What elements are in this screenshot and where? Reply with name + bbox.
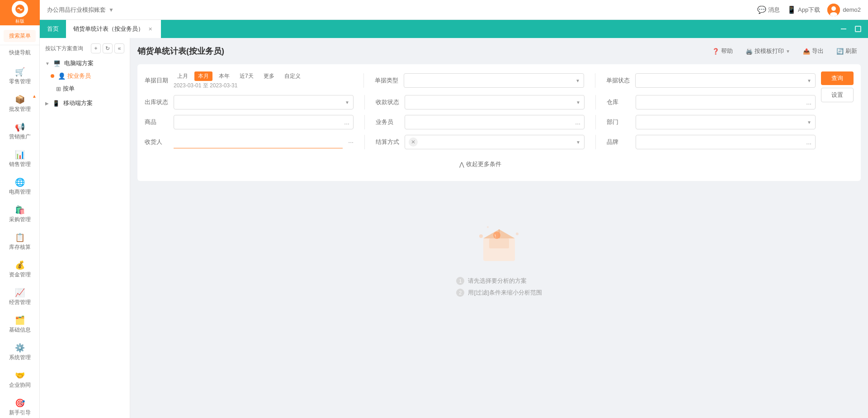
sidebar-item-guide[interactable]: 🎯 新手引导 [0,394,39,418]
date-tab-more[interactable]: 更多 [260,71,278,81]
filter-row-3: 商品 ... 业务员 ... [145,115,816,129]
template-print-button[interactable]: 🖨️ 按模板打印 ▼ [742,45,794,57]
messages-button[interactable]: 💬 消息 [757,5,780,14]
left-panel-title: 按以下方案查询 [45,45,83,52]
filter-settlement-item: 结算方式 ✕ ▼ [376,135,585,149]
tree-item-by-order[interactable]: ⊞ 按单 [40,82,130,95]
warehouse-label: 仓库 [607,98,632,106]
left-panel-actions: + ↻ « [91,43,124,53]
export-button[interactable]: 📤 导出 [799,45,827,57]
settlement-select[interactable]: ✕ ▼ [405,135,585,149]
svg-rect-5 [855,26,861,32]
print-dropdown-icon: ▼ [786,49,790,54]
product-select[interactable]: ... [174,115,354,129]
refresh-button[interactable]: 🔄 刷新 [833,45,861,57]
doc-status-select[interactable]: ▼ [635,73,816,88]
refresh-scheme-button[interactable]: ↻ [103,43,113,53]
tab-home[interactable]: 首页 [40,20,66,38]
filter-divider-7 [364,135,365,149]
filter-date-block: 上月 本月 本年 近7天 更多 自定义 2023-03-01 至 2023-03… [174,71,304,90]
sidebar-item-retail[interactable]: 🛒 零售管理 [0,62,39,90]
payment-arrow-icon: ▼ [576,100,580,105]
sidebar-item-operations[interactable]: 📈 经营管理 [0,283,39,311]
order-scheme-icon: ⊞ [56,86,61,92]
sidebar-item-purchase[interactable]: 🛍️ 采购管理 [0,200,39,228]
filter-divider-8 [595,135,596,149]
svg-point-12 [479,234,483,238]
app-download-button[interactable]: 📱 App下载 [787,5,820,14]
filter-department-item: 部门 ▼ [607,115,816,129]
brand-select[interactable]: ... [636,135,816,149]
right-panel: 销货单统计表(按业务员) ❓ 帮助 🖨️ 按模板打印 ▼ 📤 [130,38,868,418]
doc-type-select[interactable]: ▼ [404,73,584,88]
filter-divider-4 [595,95,596,109]
sidebar-item-system[interactable]: ⚙️ 系统管理 [0,338,39,366]
system-icon: ⚙️ [15,343,25,353]
tab-maximize-button[interactable] [852,23,864,35]
tree-item-mobile[interactable]: ▶ 📱 移动端方案 [40,97,130,109]
tree-item-pc[interactable]: ▼ 🖥️ 电脑端方案 [40,57,130,70]
page-title-bar: 销货单统计表(按业务员) ❓ 帮助 🖨️ 按模板打印 ▼ 📤 [137,45,861,57]
filter-doc-type-item: 单据类型 ▼ [375,73,584,88]
sidebar-item-inventory[interactable]: 📋 库存核算 [0,228,39,256]
sidebar-item-finance[interactable]: 💰 资金管理 [0,256,39,283]
date-tab-last-7[interactable]: 近7天 [236,71,257,81]
outbound-select[interactable]: ▼ [174,95,354,109]
help-button[interactable]: ❓ 帮助 [708,45,736,57]
user-menu-button[interactable]: demo2 [827,4,861,16]
settings-button[interactable]: 设置 [821,88,854,102]
top-bar-dropdown-icon[interactable]: ▼ [108,7,114,13]
quick-nav-button[interactable]: 快捷导航 [0,45,39,60]
tab-minimize-button[interactable] [837,23,850,35]
date-tab-this-year[interactable]: 本年 [215,71,233,81]
tab-sales-stat[interactable]: 销货单统计表（按业务员） ✕ [66,20,161,38]
empty-state: ! 1 请先选择要分析的方案 [137,186,861,324]
sidebar-item-sales[interactable]: 📊 销售管理 [0,145,39,173]
doc-type-label: 单据类型 [375,76,400,85]
salesperson-dots: ... [575,119,580,126]
salesperson-select[interactable]: ... [405,115,585,129]
filter-divider-5 [364,115,365,129]
payment-select[interactable]: ▼ [405,95,585,109]
empty-tip-2: 2 用[过滤]条件来缩小分析范围 [456,289,542,297]
collapse-panel-button[interactable]: « [114,43,124,53]
date-tab-custom[interactable]: 自定义 [281,71,304,81]
filter-consignee-item: 收货人 ··· [145,136,354,148]
purchase-icon: 🛍️ [15,205,25,215]
add-scheme-button[interactable]: + [91,43,101,53]
filter-card: 单据日期 上月 本月 本年 近7天 更多 自定义 [137,64,861,181]
left-panel: 按以下方案查询 + ↻ « ▼ 🖥️ 电脑端方案 [40,38,130,418]
sidebar-item-wholesale[interactable]: 📦 批发管理 ▲ [0,90,39,118]
tab-close-button[interactable]: ✕ [146,25,154,33]
sidebar-item-ecommerce[interactable]: 🌐 电商管理 [0,173,39,200]
date-tab-last-month[interactable]: 上月 [174,71,192,81]
filter-row-4: 收货人 ··· 结算方式 ✕ [145,135,816,149]
collapse-button[interactable]: ⋀ 收起更多条件 [454,158,507,170]
sidebar-item-basic[interactable]: 🗂️ 基础信息 [0,311,39,338]
sidebar: 标版 搜索菜单 快捷导航 🛒 零售管理 📦 批发管理 ▲ 📢 营销推广 📊 [0,0,40,418]
logo-text: 标版 [15,18,24,24]
warehouse-select[interactable]: ... [636,95,816,109]
filter-brand-item: 品牌 ... [607,135,816,149]
guide-icon: 🎯 [15,398,25,408]
mobile-icon: 📱 [52,100,60,107]
svg-rect-4 [841,28,846,29]
help-icon: ❓ [712,48,719,55]
refresh-icon: 🔄 [836,48,844,55]
filter-with-actions: 单据日期 上月 本月 本年 近7天 更多 自定义 [145,71,854,174]
consignee-label: 收货人 [145,138,170,146]
message-icon: 💬 [757,5,766,14]
top-bar-title: 办公用品行业模拟账套 ▼ [47,6,754,14]
date-tab-this-month[interactable]: 本月 [194,71,212,81]
settlement-clear-btn[interactable]: ✕ [409,138,418,147]
sidebar-item-marketing[interactable]: 📢 营销推广 [0,118,39,145]
marketing-icon: 📢 [15,122,25,132]
search-menu-button[interactable]: 搜索菜单 [4,30,36,42]
consignee-input[interactable] [174,136,343,148]
department-select[interactable]: ▼ [636,115,816,129]
filter-outbound-item: 出库状态 ▼ [145,95,354,109]
scheme-tree: ▼ 🖥️ 电脑端方案 👤 按业务员 ⊞ 按单 ▶ [40,57,130,109]
sidebar-item-enterprise[interactable]: 🤝 企业协同 [0,366,39,394]
query-button[interactable]: 查询 [821,71,854,85]
tree-item-salesperson[interactable]: 👤 按业务员 [40,70,130,82]
